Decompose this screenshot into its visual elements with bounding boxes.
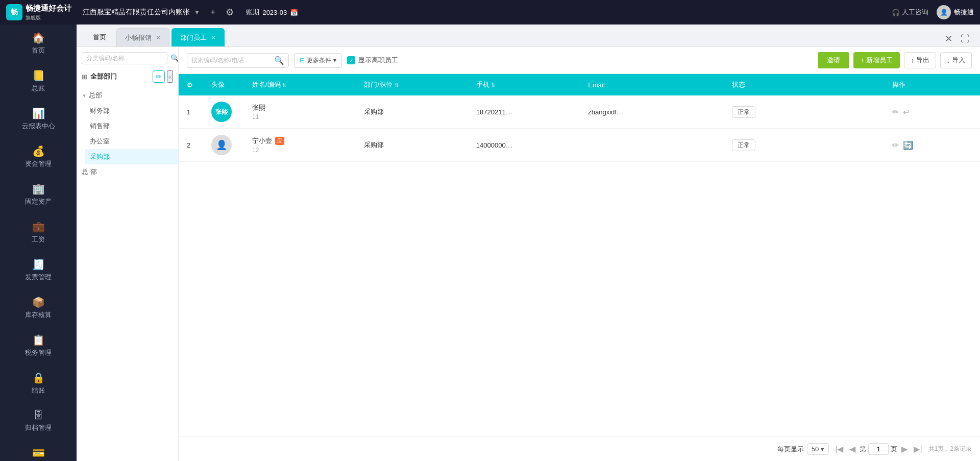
calendar-icon[interactable]: 📅 (290, 9, 298, 16)
sidebar-item-archive[interactable]: 🗄 归档管理 (0, 402, 77, 440)
dept-node-finance[interactable]: 财务部 (85, 103, 178, 118)
invite-button[interactable]: 邀请 (818, 52, 849, 68)
search-icon[interactable]: 🔍 (274, 56, 284, 65)
grid-icon: ⊞ (82, 73, 87, 81)
row2-name-code: 宁小壹 应 12 (252, 136, 348, 154)
page-last-button[interactable]: ▶| (912, 443, 924, 455)
dept-node-purchase[interactable]: 采购部 (85, 149, 178, 164)
page-total-info: 共1页，2条记录 (928, 445, 972, 453)
period-label: 账期 (246, 8, 259, 17)
sidebar-item-invoice[interactable]: 🧾 发票管理 (0, 251, 77, 289)
dept-collapse-button[interactable]: « (167, 70, 173, 83)
row2-no: 2 (179, 129, 203, 162)
tab-dept-emp[interactable]: 部门员工 ✕ (172, 28, 225, 46)
dept-node-hq[interactable]: ▼ 总部 (77, 88, 178, 103)
sidebar-label-ledger: 总账 (32, 84, 45, 93)
col-settings[interactable]: ⚙ (179, 74, 203, 95)
row2-avatar: 👤 (211, 135, 232, 155)
search-input[interactable] (191, 57, 271, 64)
table-row: 1 张熙 张熙 11 采购部 (179, 95, 980, 129)
settings-icon-button[interactable]: ⚙ (224, 5, 236, 20)
filter-icon: ⊟ (300, 57, 305, 64)
sidebar-item-expense[interactable]: 💳 小畅报销 (0, 440, 77, 461)
dept-label-office: 办公室 (90, 137, 110, 146)
period-value: 2023-03 (262, 9, 287, 16)
show-resigned-checkbox[interactable]: ✓ (347, 56, 355, 64)
row1-leave-icon[interactable]: ↩ (903, 107, 910, 117)
sort-dept-icon: ⇅ (395, 82, 399, 88)
all-dept-header[interactable]: ⊞ 全部部门 ✏ « (77, 67, 178, 86)
company-name: 江西服宝精品有限责任公司内账张 (83, 8, 190, 17)
row1-edit-icon[interactable]: ✏ (892, 107, 899, 117)
col-dept-pos-label: 部门/职位 (364, 81, 393, 88)
row2-actions: ✏ 🔄 (892, 140, 972, 150)
tab-expense-close-icon[interactable]: ✕ (156, 34, 161, 41)
funds-icon: 💰 (32, 145, 45, 157)
sidebar-item-home[interactable]: 🏠 首页 (0, 25, 77, 62)
tab-expense[interactable]: 小畅报销 ✕ (116, 28, 169, 46)
dept-search-area: 🔍 (77, 47, 178, 67)
sidebar-item-ledger[interactable]: 📒 总账 (0, 62, 77, 100)
topbar: 畅 畅捷通好会计 旗舰版 江西服宝精品有限责任公司内账张 ▼ + ⚙ 账期 20… (0, 0, 980, 25)
page-number-input[interactable] (868, 443, 889, 455)
sidebar-label-home: 首页 (32, 46, 45, 55)
sidebar-label-tax: 税务管理 (25, 348, 52, 357)
support-button[interactable]: 🎧 人工咨询 (892, 8, 928, 17)
logo-area: 畅 畅捷通好会计 旗舰版 (6, 4, 83, 21)
col-mobile[interactable]: 手机 ⇅ (468, 74, 580, 95)
row2-delete-icon[interactable]: 🔄 (903, 140, 913, 150)
sidebar-item-reports[interactable]: 📊 云报表中心 (0, 100, 77, 138)
page-size-box[interactable]: 50 ▾ (807, 443, 829, 455)
all-dept-label: 全部部门 (90, 72, 150, 81)
dept-node-office[interactable]: 办公室 (85, 134, 178, 149)
topbar-right-actions: 🎧 人工咨询 👤 畅捷通 (892, 5, 974, 19)
sidebar-item-funds[interactable]: 💰 资金管理 (0, 138, 77, 176)
import-button[interactable]: ↓ 导入 (940, 52, 972, 68)
sidebar-item-inventory[interactable]: 📦 库存核算 (0, 289, 77, 327)
sidebar-label-invoice: 发票管理 (25, 273, 52, 282)
col-avatar: 头像 (203, 74, 244, 95)
dept-label-finance: 财务部 (90, 106, 110, 115)
sidebar-item-assets[interactable]: 🏢 固定资产 (0, 176, 77, 213)
col-email: Email (580, 74, 724, 95)
page-prev-button[interactable]: ◀ (847, 443, 857, 455)
sidebar-item-salary[interactable]: 💼 工资 (0, 213, 77, 251)
add-icon-button[interactable]: + (208, 5, 218, 20)
pagination: 每页显示 50 ▾ |◀ ◀ 第 页 ▶ ▶| (179, 436, 980, 461)
tab-dept-emp-close-icon[interactable]: ✕ (211, 34, 216, 41)
tab-home[interactable]: 首页 (85, 28, 114, 46)
col-dept-pos[interactable]: 部门/职位 ⇅ (356, 74, 468, 95)
dept-node-sales[interactable]: 销售部 (85, 118, 178, 134)
col-name-code[interactable]: 姓名/编码 ⇅ (244, 74, 356, 95)
sidebar-item-tax[interactable]: 📋 税务管理 (0, 327, 77, 365)
page-suffix: 页 (891, 445, 897, 454)
dept-search-icon[interactable]: 🔍 (170, 54, 179, 62)
dept-search-input[interactable] (82, 52, 167, 64)
user-menu[interactable]: 👤 畅捷通 (937, 5, 974, 19)
export-button[interactable]: ↑ 导出 (904, 52, 936, 68)
page-size-select: 每页显示 50 ▾ (777, 443, 829, 455)
show-resigned-toggle[interactable]: ✓ 显示离职员工 (347, 56, 398, 65)
row2-edit-icon[interactable]: ✏ (892, 140, 899, 150)
col-mobile-label: 手机 (476, 81, 489, 88)
add-employee-button[interactable]: + 新增员工 (853, 52, 900, 68)
app-name: 畅捷通好会计 (26, 4, 71, 13)
closing-icon: 🔒 (32, 372, 45, 384)
tab-expense-label: 小畅报销 (125, 33, 152, 42)
page-first-button[interactable]: |◀ (833, 443, 845, 455)
page-next-button[interactable]: ▶ (899, 443, 910, 455)
row1-name: 张熙 (252, 103, 348, 112)
reports-icon: 📊 (32, 107, 45, 119)
dept-edit-button[interactable]: ✏ (153, 70, 165, 83)
tab-expand-button[interactable]: ⛶ (959, 32, 972, 46)
sidebar-item-closing[interactable]: 🔒 结账 (0, 365, 77, 402)
filter-button[interactable]: ⊟ 更多条件 ▾ (294, 53, 342, 68)
company-selector[interactable]: 江西服宝精品有限责任公司内账张 ▼ (83, 8, 200, 17)
col-email-label: Email (588, 81, 605, 89)
row2-mobile: 14000000… (468, 129, 580, 162)
tab-close-all-button[interactable]: ✕ (943, 31, 954, 46)
home-icon: 🏠 (32, 32, 45, 44)
dept-label-general: 总 部 (82, 167, 97, 177)
dept-node-general[interactable]: 总 部 (77, 164, 178, 180)
sidebar-label-inventory: 库存核算 (25, 310, 52, 320)
